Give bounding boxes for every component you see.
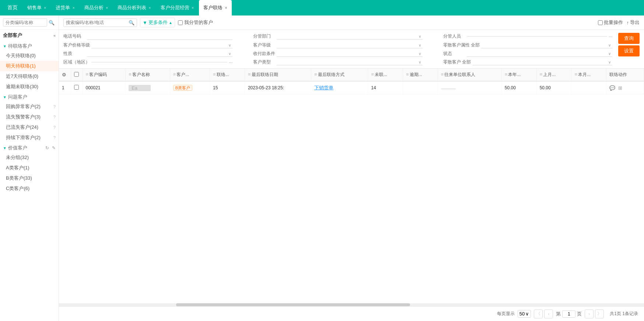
filter-price-tier: 客户价格等级 ∨ <box>63 42 232 48</box>
pagination-bar: 每页显示 50 ∨ 《 ‹ 第 页 › 》 共1页 1条记录 <box>59 306 644 321</box>
sidebar-item-abnormal-repurchase[interactable]: 回购异常客户(2) ? <box>0 101 59 112</box>
prev-page-button[interactable]: ‹ <box>544 310 553 318</box>
help-icon-3: ? <box>53 135 56 140</box>
select-all-checkbox[interactable] <box>74 72 79 77</box>
col-last-method: ≡最后联络方式 <box>311 69 368 81</box>
sidebar-search-area: 🔍 <box>0 15 59 30</box>
first-page-button[interactable]: 《 <box>534 310 543 318</box>
sidebar-item-a-class[interactable]: A类客户(1) <box>0 163 59 173</box>
sidebar-item-7day-contact[interactable]: 近7天待联络(0) <box>0 71 59 82</box>
sidebar-item-today-contact[interactable]: 今天待联络(0) <box>0 51 59 61</box>
sidebar-item-c-class[interactable]: C类客户(6) <box>0 183 59 194</box>
sidebar-search-icon[interactable]: 🔍 <box>49 20 55 25</box>
sort-last-date-icon: ≡ <box>248 72 251 77</box>
close-purchase-icon[interactable]: × <box>72 6 74 10</box>
action-grid-icon[interactable]: ⊞ <box>618 85 622 91</box>
retail-attr-select[interactable]: ∨ <box>481 42 612 48</box>
close-customer-contact-icon[interactable]: × <box>225 6 227 10</box>
batch-op-check[interactable] <box>598 20 603 25</box>
sidebar-item-declining[interactable]: 持续下滑客户(2) ? <box>0 132 59 143</box>
value-group: ▼ 价值客户 ↻ ✎ <box>0 143 59 152</box>
query-button[interactable]: 查询 <box>618 33 640 44</box>
sidebar-search-input[interactable] <box>3 18 47 27</box>
nature-select[interactable]: ∨ <box>87 51 232 57</box>
per-page-select[interactable]: 50 ∨ <box>518 310 531 318</box>
filter-icon: ▼ <box>143 20 147 25</box>
last-method-link[interactable]: 下销货单 <box>314 85 333 90</box>
settings-button[interactable]: 设置 <box>618 45 640 56</box>
toolbar-search-icon[interactable]: 🔍 <box>129 20 134 25</box>
batch-op-button[interactable]: 批量操作 <box>598 19 623 26</box>
filter-row-2: 客户价格等级 ∨ 客户等级 ∨ <box>63 42 612 48</box>
price-tier-select[interactable]: ∨ <box>91 42 232 48</box>
action-chat-icon[interactable]: 💬 <box>609 85 615 91</box>
nav-customer-contact[interactable]: 客户联络 × <box>199 0 231 15</box>
status-select[interactable]: ∨ <box>467 51 612 57</box>
retail-cust-select[interactable]: ∨ <box>472 59 612 65</box>
region-ellipsis[interactable]: ··· <box>229 60 232 65</box>
toolbar: 🔍 ▼ 更多条件 ▲ 我分管的客户 批量操作 ↑ 导出 <box>59 15 644 30</box>
close-product-list-icon[interactable]: × <box>148 6 151 10</box>
all-customers-header[interactable]: 全部客户 « <box>0 30 59 41</box>
nav-product-analysis[interactable]: 商品分析 × <box>80 0 112 15</box>
settings-col-icon[interactable]: ⚙ <box>62 72 66 77</box>
page-number-input[interactable] <box>562 310 575 318</box>
sidebar-item-churned[interactable]: 已流失客户(24) ? <box>0 122 59 132</box>
filter-row-3: 性质 ∨ 收付款条件 ∨ <box>63 51 612 57</box>
row-last-date: 2023-05-23 18:25: <box>245 81 311 94</box>
expand-triangle-value-icon: ▼ <box>3 146 7 150</box>
sidebar-item-overdue-contact[interactable]: 逾期未联络(30) <box>0 82 59 92</box>
more-conditions-button[interactable]: ▼ 更多条件 ▲ <box>140 18 175 27</box>
col-action: 联络动作 <box>606 69 644 81</box>
row-contacts: 15 <box>210 81 245 94</box>
cust-type-select[interactable]: ∨ <box>277 59 422 65</box>
nav-customer-tier[interactable]: 客户分层经营 × <box>156 0 198 15</box>
sidebar-item-b-class[interactable]: B类客户(33) <box>0 173 59 183</box>
payment-chevron-icon: ∨ <box>419 52 421 56</box>
retail-cust-chevron-icon: ∨ <box>608 60 611 64</box>
my-customers-checkbox[interactable]: 我分管的客户 <box>178 19 213 26</box>
cust-type-chevron-icon: ∨ <box>419 60 421 64</box>
sort-overdue-icon: ≡ <box>406 72 409 77</box>
export-button[interactable]: ↑ 导出 <box>627 19 640 26</box>
my-customers-check[interactable] <box>178 20 183 25</box>
last-page-button[interactable]: 》 <box>595 310 604 318</box>
edit-value-icon[interactable]: ✎ <box>52 145 56 151</box>
sidebar-item-ungrouped[interactable]: 未分组(32) <box>0 152 59 163</box>
dept-select[interactable]: ∨ <box>277 34 422 39</box>
person-label: 分管人员 <box>443 33 465 39</box>
nav-product-list[interactable]: 商品分析列表 × <box>113 0 155 15</box>
person-ellipsis[interactable]: ··· <box>609 34 612 39</box>
col-name: ≡客户名称 <box>126 69 170 81</box>
nav-home[interactable]: 首页 <box>3 0 22 15</box>
row-this-month <box>571 81 606 94</box>
sidebar-item-tomorrow-contact[interactable]: 明天待联络(1) <box>0 61 59 71</box>
sort-company-contact-icon: ≡ <box>441 72 444 77</box>
close-sales-icon[interactable]: × <box>44 6 46 10</box>
cust-level-select[interactable]: ∨ <box>277 42 422 48</box>
row-select-checkbox[interactable] <box>74 85 79 90</box>
close-product-analysis-icon[interactable]: × <box>106 6 108 10</box>
nav-purchase[interactable]: 进货单 × <box>51 0 79 15</box>
payment-select[interactable]: ∨ <box>277 51 422 57</box>
close-customer-tier-icon[interactable]: × <box>192 6 194 10</box>
next-page-button[interactable]: › <box>585 310 594 318</box>
filter-status: 状态 ∨ <box>443 51 612 57</box>
phone-input[interactable] <box>87 33 232 40</box>
filter-panel: 电话号码 分管部门 ∨ 分管人员 <box>59 30 644 69</box>
toolbar-search-input[interactable] <box>66 20 129 25</box>
help-icon-1: ? <box>53 115 56 119</box>
page-nav: 《 ‹ <box>534 310 553 318</box>
sort-type-icon: ≡ <box>173 72 176 77</box>
refresh-icon[interactable]: ↻ <box>45 145 49 151</box>
help-icon-0: ? <box>53 104 56 109</box>
cust-level-label: 客户等级 <box>253 42 275 48</box>
per-page-label: 每页显示 <box>497 311 515 317</box>
nav-sales[interactable]: 销售单 × <box>23 0 50 15</box>
table-row: 1 000021 Ea B类客户 15 2023-05-23 18:25: <box>59 81 644 94</box>
phone-label: 电话号码 <box>63 33 85 39</box>
sort-contacts-icon: ≡ <box>213 72 216 77</box>
action-icons: 💬 ⊞ <box>609 85 641 91</box>
sidebar-item-churn-warning[interactable]: 流失预警客户(3) ? <box>0 112 59 122</box>
h-scrollbar-thumb[interactable] <box>176 303 410 306</box>
